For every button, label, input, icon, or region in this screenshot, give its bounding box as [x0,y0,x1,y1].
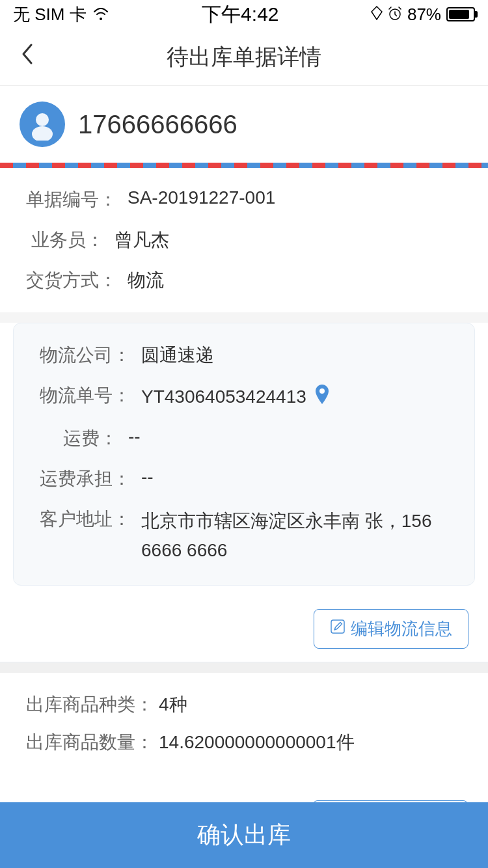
product-qty-value: 14.620000000000001件 [159,730,355,755]
wifi-icon [92,5,110,25]
address-row: 客户地址： 北京市市辖区海淀区永丰南 张，156 6666 6666 [40,507,448,565]
salesperson-row: 业务员： 曾凡杰 [26,228,462,252]
order-info-card: 单据编号： SA-20191227-001 业务员： 曾凡杰 交货方式： 物流 [0,168,488,312]
svg-rect-4 [331,620,344,633]
page-title: 待出库单据详情 [167,42,321,72]
dashed-separator [0,163,488,168]
carrier-text: 无 SIM 卡 [13,3,87,26]
edit-logistics-container: 编辑物流信息 [0,596,488,662]
edit-logistics-label: 编辑物流信息 [351,617,452,640]
delivery-method-label: 交货方式： [26,268,117,293]
logistics-company-value: 圆通速递 [141,343,448,368]
logistics-card: 物流公司： 圆通速递 物流单号： YT43064053424413 运费： [13,323,475,586]
tracking-row: 物流单号： YT43064053424413 [40,383,448,411]
edit-logistics-button[interactable]: 编辑物流信息 [314,609,468,649]
order-number-value: SA-20191227-001 [128,187,462,208]
battery-icon [446,7,475,21]
svg-point-3 [319,388,325,394]
salesperson-label: 业务员： [26,228,104,252]
section-divider [0,662,488,673]
status-bar: 无 SIM 卡 下午4:42 87% [0,0,488,29]
freight-value: -- [128,426,448,447]
address-value: 北京市市辖区海淀区永丰南 张，156 6666 6666 [141,507,448,565]
nav-bar: 待出库单据详情 [0,29,488,86]
delivery-method-row: 交货方式： 物流 [26,268,462,293]
product-qty-row: 出库商品数量： 14.620000000000001件 [26,730,462,755]
freight-bearer-value: -- [141,467,448,487]
confirm-button-label: 确认出库 [197,819,291,851]
product-type-label: 出库商品种类： [26,692,154,717]
avatar [20,102,65,147]
alarm-icon [388,5,402,25]
freight-label: 运费： [40,426,118,451]
back-button[interactable] [20,41,35,73]
order-number-label: 单据编号： [26,187,117,212]
user-header: 17666666666 [0,86,488,163]
tracking-label: 物流单号： [40,383,131,408]
logistics-company-row: 物流公司： 圆通速递 [40,343,448,368]
delivery-method-value: 物流 [128,268,462,293]
edit-icon [330,619,346,639]
salesperson-value: 曾凡杰 [115,228,462,252]
status-right: 87% [371,5,475,25]
status-time: 下午4:42 [202,1,278,28]
location-icon [371,5,383,25]
logistics-company-label: 物流公司： [40,343,131,368]
freight-row: 运费： -- [40,426,448,451]
location-pin-icon[interactable] [313,383,331,411]
user-phone: 17666666666 [78,110,237,139]
address-label: 客户地址： [40,507,131,532]
status-left: 无 SIM 卡 [13,3,110,26]
product-type-value: 4种 [159,692,187,717]
order-number-row: 单据编号： SA-20191227-001 [26,187,462,212]
main-content: 17666666666 单据编号： SA-20191227-001 业务员： 曾… [0,86,488,868]
battery-percent: 87% [407,5,441,25]
svg-point-1 [36,113,49,126]
product-card: 出库商品种类： 4种 出库商品数量： 14.620000000000001件 [0,673,488,787]
tracking-value: YT43064053424413 [141,383,448,411]
freight-bearer-row: 运费承担： -- [40,467,448,491]
product-type-row: 出库商品种类： 4种 [26,692,462,717]
product-qty-label: 出库商品数量： [26,730,154,755]
svg-point-2 [32,126,53,141]
freight-bearer-label: 运费承担： [40,467,131,491]
confirm-button[interactable]: 确认出库 [0,802,488,868]
